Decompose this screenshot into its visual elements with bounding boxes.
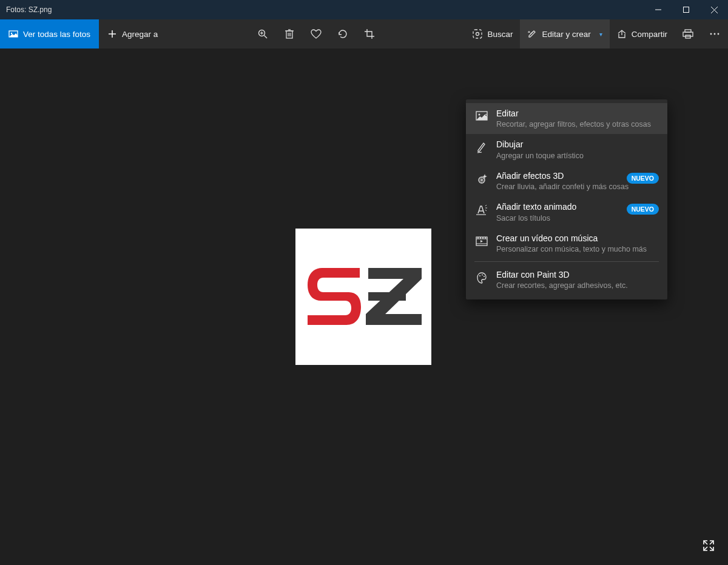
dropdown-item-3d-effects[interactable]: Añadir efectos 3D Crear lluvia, añadir c… [466, 165, 667, 196]
view-all-label: Ver todas las fotos [23, 30, 90, 39]
sz-logo [303, 261, 424, 333]
image-viewer[interactable]: Editar Recortar, agregar filtros, efecto… [0, 48, 728, 565]
svg-point-25 [718, 33, 720, 35]
new-badge: NUEVO [627, 173, 659, 184]
edit-create-dropdown: Editar Recortar, agregar filtros, efecto… [466, 99, 667, 299]
magnifier-plus-icon [257, 28, 268, 39]
delete-button[interactable] [276, 19, 303, 48]
sparkle-3d-icon [476, 173, 488, 185]
svg-point-32 [479, 114, 480, 116]
pen-icon [476, 141, 488, 153]
svg-rect-40 [482, 237, 484, 238]
dropdown-title: Editar [496, 108, 658, 119]
share-label: Compartir [632, 30, 667, 39]
favorite-button[interactable] [303, 19, 329, 48]
svg-point-42 [479, 275, 480, 276]
dropdown-item-edit[interactable]: Editar Recortar, agregar filtros, efecto… [466, 103, 667, 134]
svg-line-30 [710, 547, 713, 550]
search-label: Buscar [487, 30, 513, 39]
more-icon [710, 33, 720, 35]
toolbar-right: Buscar Editar y crear ▾ Compartir [465, 19, 728, 48]
svg-rect-26 [368, 292, 406, 301]
svg-point-19 [476, 33, 479, 36]
video-music-icon [476, 235, 488, 247]
displayed-image [295, 229, 431, 365]
toolbar: Ver todas las fotos Agregar a [0, 19, 728, 48]
svg-rect-18 [473, 30, 482, 38]
plus-icon [107, 29, 117, 39]
rotate-icon [337, 28, 348, 39]
edit-create-button[interactable]: Editar y crear ▾ [520, 19, 609, 48]
svg-rect-38 [477, 237, 479, 238]
minimize-button[interactable] [644, 0, 672, 19]
svg-rect-39 [480, 237, 481, 238]
chevron-down-icon: ▾ [599, 31, 602, 38]
svg-line-27 [704, 541, 707, 544]
view-all-photos-button[interactable]: Ver todas las fotos [0, 19, 99, 48]
dropdown-item-video-music[interactable]: Crear un vídeo con música Personalizar c… [466, 228, 667, 259]
print-button[interactable] [675, 19, 701, 48]
add-to-label: Agregar a [122, 30, 158, 39]
dropdown-item-draw[interactable]: Dibujar Agregar un toque artístico [466, 134, 667, 165]
edit-icon [527, 29, 537, 39]
more-button[interactable] [701, 19, 728, 48]
dropdown-item-paint3d[interactable]: Editar con Paint 3D Crear recortes, agre… [466, 264, 667, 295]
heart-icon [311, 29, 322, 39]
dropdown-subtitle: Recortar, agregar filtros, efectos y otr… [496, 119, 658, 129]
toolbar-left: Ver todas las fotos Agregar a [0, 19, 166, 48]
svg-line-29 [704, 547, 707, 550]
svg-rect-1 [684, 7, 689, 13]
add-to-button[interactable]: Agregar a [99, 19, 166, 48]
dropdown-subtitle: Personalizar con música, texto y mucho m… [496, 244, 658, 254]
share-icon [617, 29, 627, 39]
visual-search-icon [473, 29, 482, 39]
svg-point-24 [714, 33, 716, 35]
dropdown-separator [474, 261, 659, 262]
rotate-button[interactable] [329, 19, 356, 48]
zoom-button[interactable] [249, 19, 276, 48]
animated-text-icon [476, 204, 488, 216]
window-controls [644, 0, 728, 19]
svg-point-44 [484, 276, 485, 277]
svg-point-23 [710, 33, 712, 35]
svg-line-9 [264, 36, 267, 39]
titlebar: Fotos: SZ.png [0, 0, 728, 19]
trash-icon [285, 28, 294, 39]
dropdown-title: Editar con Paint 3D [496, 269, 658, 280]
dropdown-subtitle: Agregar un toque artístico [496, 151, 658, 161]
close-button[interactable] [700, 0, 728, 19]
dropdown-subtitle: Crear recortes, agregar adhesivos, etc. [496, 281, 658, 290]
dropdown-item-animated-text[interactable]: Añadir texto animado Sacar los títulos N… [466, 196, 667, 227]
svg-line-28 [710, 541, 713, 544]
window-title: Fotos: SZ.png [0, 5, 52, 14]
print-icon [682, 29, 693, 39]
svg-point-43 [482, 275, 483, 276]
dropdown-title: Crear un vídeo con música [496, 233, 658, 244]
toolbar-center [166, 19, 465, 48]
collection-icon [8, 29, 18, 39]
crop-icon [364, 28, 375, 39]
maximize-button[interactable] [672, 0, 700, 19]
edit-create-label: Editar y crear [542, 30, 590, 39]
share-button[interactable]: Compartir [610, 19, 675, 48]
paint3d-icon [476, 272, 488, 284]
svg-rect-21 [683, 32, 693, 36]
fullscreen-button[interactable] [703, 540, 715, 552]
new-badge: NUEVO [627, 204, 659, 215]
image-edit-icon [476, 110, 488, 122]
visual-search-button[interactable]: Buscar [465, 19, 520, 48]
dropdown-title: Dibujar [496, 139, 658, 150]
crop-button[interactable] [356, 19, 383, 48]
svg-rect-41 [485, 237, 486, 238]
svg-point-5 [11, 33, 12, 34]
